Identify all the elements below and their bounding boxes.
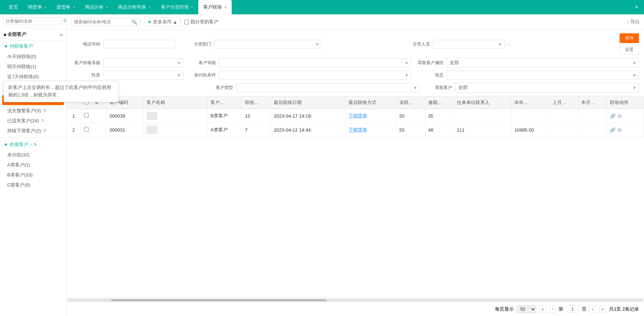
row1-customer-code: 000039 [107, 109, 144, 123]
close-customer-segment-icon[interactable]: × [191, 5, 193, 9]
close-product-list-icon[interactable]: × [148, 5, 150, 9]
row1-link-icon[interactable]: 🔗 [610, 113, 616, 119]
sidebar-item-tomorrow-pending[interactable]: 明天待联络(1) [0, 62, 66, 72]
sidebar-item-lost-warning[interactable]: 流失预警客户(3) ? [0, 106, 66, 116]
row1-checkbox[interactable] [81, 109, 92, 123]
sidebar-item-today-pending[interactable]: 今天待联络(0) [0, 52, 66, 62]
sidebar-item-7day-pending[interactable]: 近7天待联络(0) [0, 72, 66, 82]
sidebar-value-customers-section[interactable]: ▼ 价值客户 ○ ✎ [0, 139, 66, 150]
my-customers-checkbox[interactable] [184, 20, 189, 24]
filter-more-conditions-button[interactable]: ▼ 更多条件 ▲ [144, 17, 181, 27]
filter-bar: 🔍 ▼ 更多条件 ▲ 我分管的客户 ↑ 导出 [66, 14, 644, 30]
sidebar-item-persistent-down[interactable]: 持续下滑客户(2) ? [0, 126, 66, 136]
customer-level-dropdown-icon: ▾ [406, 60, 408, 66]
branch-person-select[interactable]: ▾ [433, 40, 505, 49]
th-not-contact[interactable]: 未联... [396, 96, 425, 109]
row2-action-icons: 🔗 ⊞ [610, 127, 641, 133]
sidebar-item-already-lost[interactable]: 已流失客户(24) ? [0, 116, 66, 126]
sidebar-item-a-class[interactable]: A类客户(1) [0, 160, 66, 170]
page-number-input[interactable] [566, 306, 579, 313]
th-customer-type[interactable]: 客户... [208, 96, 242, 109]
th-this-month[interactable]: 本月... [578, 96, 607, 109]
close-product-analysis-icon[interactable]: × [106, 5, 108, 9]
row1-last-contact-method[interactable]: 下销货单 [346, 109, 396, 123]
row2-this-year: 10995.00 [511, 123, 550, 137]
close-purchase-icon[interactable]: × [73, 5, 75, 9]
th-last-month[interactable]: 上月... [550, 96, 578, 109]
sidebar-pending-contact-section[interactable]: ▼ 待联络客户 [0, 41, 66, 52]
prev-page-button[interactable]: ‹ [549, 306, 556, 313]
th-unit-contacts[interactable]: 往来单位联系人 [454, 96, 511, 109]
phone-input[interactable] [103, 40, 175, 48]
sidebar-item-ungroup[interactable]: 未分组(32) [0, 150, 66, 160]
filter-button-group: 查询 设置 [620, 33, 639, 55]
th-overdue[interactable]: 逾期... [425, 96, 454, 109]
close-customer-contact-icon[interactable]: × [224, 5, 226, 9]
horizontal-scrollbar[interactable] [66, 298, 644, 302]
nav-customer-segment[interactable]: 客户分层经营 × [156, 0, 198, 14]
branch-person-more-icon[interactable]: ··· [506, 42, 510, 47]
sidebar-item-b-class[interactable]: B类客户(33) [0, 170, 66, 180]
th-customer-name[interactable]: 客户名称 [143, 96, 207, 109]
customer-type-select[interactable]: ▾ [236, 83, 420, 92]
last-page-button[interactable]: » [599, 306, 606, 313]
sidebar-search-area: 🔍 [0, 14, 66, 28]
close-all-tabs-icon[interactable]: × [635, 4, 638, 10]
th-contact-action[interactable]: 联络动作 [607, 96, 644, 109]
customer-level-select[interactable]: ▾ [219, 58, 411, 67]
branch-dept-select[interactable]: ▾ [214, 40, 322, 49]
query-button[interactable]: 查询 [620, 33, 639, 43]
retail-customer-select[interactable]: 全部 ▾ [455, 82, 639, 93]
next-page-button[interactable]: › [589, 306, 596, 313]
row2-last-contact-method[interactable]: 下销货单 [346, 123, 396, 137]
row2-this-month [578, 123, 607, 137]
row1-actions: 🔗 ⊞ [607, 109, 644, 123]
filter-search-box: 🔍 [71, 18, 140, 26]
row1-last-contact-date: 2023-04-17 14:19: [271, 109, 346, 123]
row1-grid-icon[interactable]: ⊞ [618, 113, 622, 119]
price-level-select[interactable]: ▾ [103, 58, 184, 67]
per-page-select[interactable]: 50 20 100 [516, 305, 536, 313]
export-icon: ↑ [627, 19, 629, 25]
pagination-bar: 每页显示 50 20 100 « ‹ 第 页 › » 共1页 2条记录 [66, 302, 644, 316]
settings-button[interactable]: 设置 [620, 44, 639, 55]
payment-select[interactable]: ▾ [219, 71, 411, 80]
nav-sales[interactable]: 销货单 × [23, 0, 51, 14]
row1-checkbox-input[interactable] [84, 113, 89, 118]
table-header-row: ⚙ 客户编码 客户名称 客户... 联络... [66, 96, 644, 109]
sidebar-all-customers-title[interactable]: ■ 全部客户 » [0, 28, 66, 41]
row2-customer-type: A类客户 [208, 123, 242, 137]
row2-link-icon[interactable]: 🔗 [610, 127, 616, 133]
th-contact[interactable]: 联络... [242, 96, 271, 109]
retail-customer-dropdown-icon: ▾ [633, 85, 636, 90]
filter-branch-person-field: 分管人员 ▾ ··· [401, 40, 616, 49]
sidebar-search-input[interactable] [3, 17, 62, 25]
filter-search-icon[interactable]: 🔍 [131, 19, 137, 25]
status-dropdown-icon: ▾ [633, 72, 636, 78]
th-this-year[interactable]: 本年... [511, 96, 550, 109]
nav-product-list[interactable]: 商品分析列表 × [113, 0, 156, 14]
th-last-contact-date[interactable]: 最后联络日期 [271, 96, 346, 109]
gender-select[interactable]: ▾ [103, 71, 184, 80]
nav-purchase[interactable]: 进货单 × [51, 0, 80, 14]
status-select[interactable]: ▾ [446, 71, 639, 80]
row2-checkbox[interactable] [81, 123, 92, 137]
close-sales-icon[interactable]: × [44, 5, 46, 9]
th-last-contact-method[interactable]: 最后联络方式 [346, 96, 396, 109]
filter-search-input[interactable] [74, 19, 131, 24]
retail-attr-select[interactable]: 全部 ▾ [446, 58, 639, 68]
scroll-track [68, 299, 643, 301]
first-page-button[interactable]: « [539, 306, 547, 313]
adv-filter-row-3: 性质 ▾ 收付款条件 ▾ 状态 [71, 71, 639, 80]
value-customers-edit-icon[interactable]: ○ ✎ [30, 142, 37, 147]
nav-home[interactable]: 首页 [4, 0, 23, 14]
sidebar-collapse-icon[interactable]: » [60, 32, 62, 37]
scroll-thumb[interactable] [111, 299, 326, 301]
export-button[interactable]: ↑ 导出 [627, 19, 640, 25]
row2-grid-icon[interactable]: ⊞ [618, 127, 622, 133]
sidebar-search-icon[interactable]: 🔍 [63, 19, 66, 24]
row2-checkbox-input[interactable] [84, 127, 89, 132]
nav-product-analysis[interactable]: 商品分析 × [80, 0, 113, 14]
sidebar-item-c-class[interactable]: C类客户(6) [0, 180, 66, 190]
nav-customer-contact[interactable]: 客户联络 × [198, 0, 231, 14]
